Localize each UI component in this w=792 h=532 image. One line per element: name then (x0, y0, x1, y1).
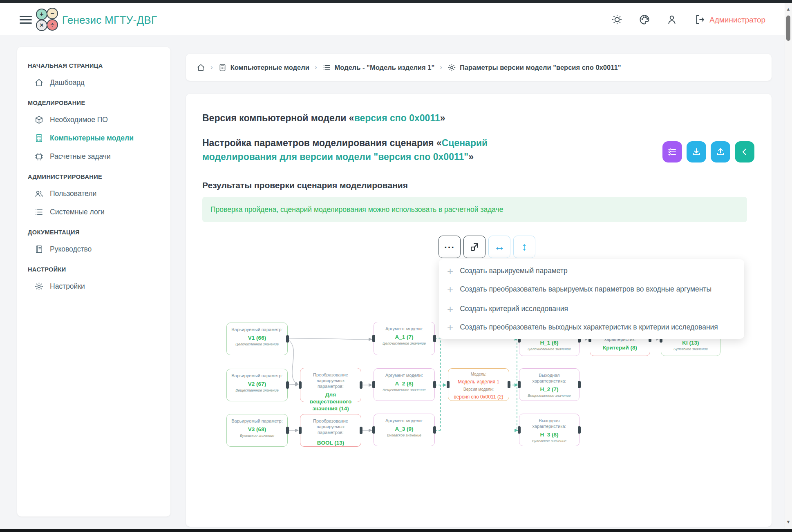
upload-button[interactable] (711, 141, 730, 162)
sidebar-item-computer-models[interactable]: Компьютерные модели (34, 134, 170, 143)
vertical-scrollbar[interactable]: ▲ ▼ (785, 3, 792, 529)
connector-handle (518, 426, 521, 434)
app-logo: + − × ÷ (36, 9, 59, 31)
breadcrumb-version-params[interactable]: Параметры версии модели "версия спо 0x00… (447, 63, 621, 72)
users-icon (34, 189, 44, 198)
gear-icon (447, 63, 456, 72)
connector-handle (433, 335, 436, 342)
breadcrumb-computer-models[interactable]: Компьютерные модели (218, 63, 309, 72)
app-title: Генезис МГТУ-ДВГ (62, 14, 157, 27)
connector-handle (286, 335, 289, 343)
menu-item-create-research-criterion[interactable]: + Создать критерий исследования (439, 300, 744, 318)
scroll-down-icon[interactable]: ▼ (786, 519, 791, 524)
diagram-fullscreen-button[interactable] (463, 236, 485, 258)
breadcrumb: › Компьютерные модели › Модель - "Модель… (186, 54, 772, 81)
sidebar-section-modeling: МОДЕЛИРОВАНИЕ (28, 100, 170, 106)
node-type: Целочисленное значение (374, 341, 434, 345)
node-value: V3 (68) (227, 426, 287, 433)
breadcrumb-home[interactable] (197, 63, 205, 72)
node-value: V2 (67) (227, 381, 287, 387)
diagram-node-h3[interactable]: Выходная характеристика: H_3 (8) Булевск… (519, 414, 579, 446)
menu-hamburger-icon[interactable] (20, 14, 32, 24)
node-value: Для вещественного значения (14) (300, 391, 361, 412)
app-header: + − × ÷ Генезис МГТУ-ДВГ Администратор (0, 3, 792, 35)
checklist-icon (667, 147, 677, 157)
upload-icon (716, 147, 725, 157)
user-role-label[interactable]: Администратор (709, 16, 765, 24)
window-bottom-bar (0, 529, 792, 532)
vertical-arrows-icon: ↕ (521, 240, 527, 253)
scroll-up-icon[interactable]: ▲ (786, 7, 791, 11)
gear-icon (34, 282, 44, 291)
plus-icon: + (447, 323, 453, 332)
diagram-node-transform-real[interactable]: Преобразование варьируемых параметров: Д… (300, 368, 361, 402)
download-icon (691, 147, 701, 157)
diagram-node-a3[interactable]: Аргумент модели: A_3 (9) Булевское значе… (374, 414, 435, 446)
logo-multiply-icon: × (36, 20, 47, 31)
sidebar-section-docs: ДОКУМЕНТАЦИЯ (28, 229, 170, 236)
logout-icon[interactable] (694, 14, 705, 25)
sidebar-item-users[interactable]: Пользователи (34, 189, 170, 198)
sidebar-section-home: НАЧАЛЬНАЯ СТРАНИЦА (28, 62, 170, 69)
node-value: BOOL (13) (300, 439, 361, 446)
node-value: A_2 (8) (374, 380, 434, 387)
connector-handle (372, 381, 375, 388)
connector-handle (372, 335, 375, 342)
palette-icon[interactable] (639, 14, 650, 25)
menu-divider (439, 299, 744, 299)
chevron-right-icon: › (440, 63, 442, 71)
menu-item-create-output-transformer[interactable]: + Создать преобразователь выходных харак… (439, 318, 744, 336)
breadcrumb-model[interactable]: Модель - "Модель изделия 1" (322, 63, 435, 72)
node-title: Варьируемый параметр: (227, 327, 287, 332)
diagram-node-v1[interactable]: Варьируемый параметр: V1 (66) Целочислен… (226, 323, 288, 355)
sidebar-item-settings[interactable]: Настройки (34, 282, 170, 291)
node-title: Варьируемый параметр: (227, 373, 287, 378)
theme-toggle-icon[interactable] (611, 14, 623, 25)
diagram-node-a1[interactable]: Аргумент модели: A_1 (7) Целочисленное з… (374, 322, 435, 355)
sidebar-section-settings: НАСТРОЙКИ (28, 266, 170, 273)
menu-item-create-input-transformer[interactable]: + Создать преобразователь варьируемых па… (439, 280, 744, 298)
diagram-node-transform-bool[interactable]: Преобразование варьируемых параметров: B… (300, 414, 361, 447)
node-value: KI (13) (661, 339, 720, 346)
diagram-node-h2[interactable]: Выходная характеристика: H_2 (7) Веществ… (519, 368, 579, 401)
diagram-node-v3[interactable]: Варьируемый параметр: V3 (68) Булевское … (226, 414, 288, 447)
connector-handle (433, 426, 436, 434)
sidebar-item-required-software[interactable]: Необходимое ПО (34, 115, 170, 125)
chevron-left-icon (740, 147, 749, 157)
diagram-node-model[interactable]: Модель: Модель изделия 1 Версия модели: … (448, 368, 509, 401)
chevron-right-icon: › (315, 63, 317, 71)
connector-handle (360, 381, 362, 389)
diagram-node-v2[interactable]: Варьируемый параметр: V2 (67) Вещественн… (226, 369, 288, 401)
cpu-icon (34, 152, 44, 161)
node-title: Модель: (448, 372, 509, 377)
node-type: Вещественное значение (227, 388, 287, 392)
node-title: Выходная характеристика: (519, 372, 579, 384)
node-value: Модель изделия 1 (448, 378, 509, 385)
menu-item-create-variable-parameter[interactable]: + Создать варьируемый параметр (439, 262, 744, 280)
sidebar-item-manual[interactable]: Руководство (34, 245, 170, 254)
logo-minus-icon: − (47, 8, 58, 19)
connector-handle (299, 427, 302, 434)
scrollbar-thumb[interactable] (786, 16, 790, 41)
diagram-fit-horizontal-button[interactable]: ↔ (488, 236, 510, 258)
window-top-bar (0, 0, 792, 3)
node-value: H_1 (6) (519, 339, 579, 346)
node-type: Булевское значение (374, 433, 434, 437)
user-icon[interactable] (666, 14, 678, 25)
node-value: версия спо 0x0011 (2) (448, 394, 509, 401)
logo-plus-icon: + (36, 9, 47, 20)
diagram-node-a2[interactable]: Аргумент модели: A_2 (8) Вещественное зн… (374, 368, 435, 401)
diagram-fit-vertical-button[interactable]: ↕ (513, 236, 535, 258)
collapse-button[interactable] (735, 141, 754, 162)
sidebar-item-system-logs[interactable]: Системные логи (34, 207, 170, 217)
parameters-list-button[interactable] (662, 141, 682, 162)
list-icon (322, 63, 331, 72)
cube-icon (34, 115, 44, 125)
node-title: Аргумент модели: (374, 418, 434, 423)
sidebar-item-dashboard[interactable]: Дашбоард (34, 78, 170, 87)
diagram-more-button[interactable]: ... (439, 236, 461, 258)
connector-handle (447, 381, 450, 388)
node-type: Булевское значение (661, 347, 720, 351)
download-button[interactable] (687, 141, 706, 162)
sidebar-item-calc-tasks[interactable]: Расчетные задачи (34, 152, 170, 161)
